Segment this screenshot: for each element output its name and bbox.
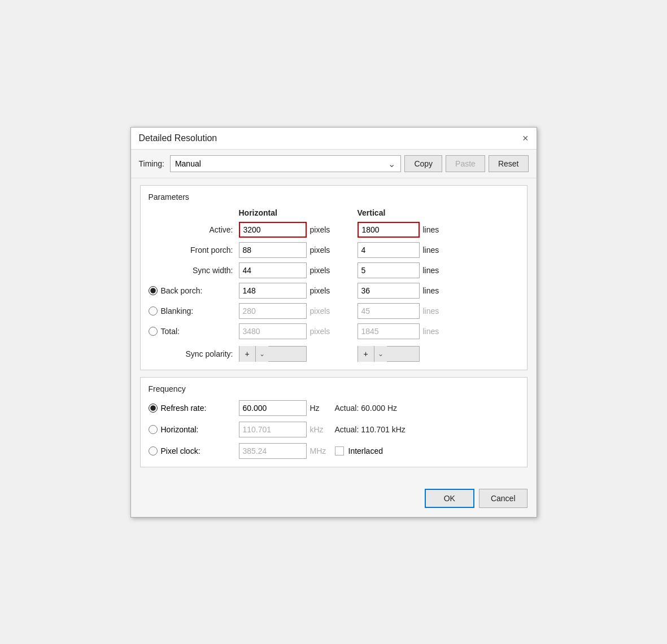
active-label: Active: bbox=[149, 225, 239, 234]
pixel-clock-label-text: Pixel clock: bbox=[161, 446, 200, 455]
blanking-h-input[interactable] bbox=[239, 303, 307, 319]
horizontal-freq-input[interactable] bbox=[239, 422, 307, 437]
horizontal-header: Horizontal bbox=[239, 208, 307, 217]
content-area: Parameters Horizontal Vertical Active: p… bbox=[131, 178, 537, 483]
unit-spacer bbox=[307, 208, 341, 217]
horizontal-freq-radio[interactable] bbox=[149, 425, 158, 434]
horizontal-freq-radio-label[interactable]: Horizontal: bbox=[149, 425, 239, 434]
active-v-unit: lines bbox=[420, 225, 454, 234]
ok-button[interactable]: OK bbox=[425, 489, 474, 508]
unit-spacer2 bbox=[420, 208, 454, 217]
pixel-clock-radio-label[interactable]: Pixel clock: bbox=[149, 446, 239, 455]
back-porch-label-text: Back porch: bbox=[161, 286, 203, 295]
total-h-unit: pixels bbox=[307, 327, 341, 336]
sync-width-label: Sync width: bbox=[149, 266, 239, 275]
toolbar: Timing: Manual Auto Copy Paste Reset bbox=[131, 150, 537, 178]
back-porch-h-unit: pixels bbox=[307, 286, 341, 295]
h-polarity-select[interactable]: + ⌄ bbox=[239, 346, 307, 362]
active-h-unit: pixels bbox=[307, 225, 341, 234]
label-spacer bbox=[149, 208, 239, 217]
v-polarity-value[interactable]: + bbox=[358, 346, 374, 362]
front-porch-label: Front porch: bbox=[149, 246, 239, 255]
sync-width-h-input[interactable] bbox=[239, 262, 307, 278]
close-button[interactable]: × bbox=[522, 133, 529, 143]
interlaced-checkbox[interactable] bbox=[335, 446, 344, 455]
blanking-v-unit: lines bbox=[420, 306, 454, 316]
refresh-rate-radio-label[interactable]: Refresh rate: bbox=[149, 404, 239, 413]
total-v-unit: lines bbox=[420, 327, 454, 336]
horizontal-freq-label-text: Horizontal: bbox=[161, 425, 199, 434]
total-h-input[interactable] bbox=[239, 323, 307, 339]
cancel-button[interactable]: Cancel bbox=[479, 489, 528, 508]
sync-width-v-unit: lines bbox=[420, 266, 454, 275]
parameters-section: Parameters Horizontal Vertical Active: p… bbox=[140, 185, 528, 370]
window-title: Detailed Resolution bbox=[139, 133, 217, 143]
active-v-input[interactable] bbox=[358, 222, 420, 238]
v-polarity-select[interactable]: + ⌄ bbox=[358, 346, 420, 362]
footer: OK Cancel bbox=[131, 483, 537, 517]
frequency-title: Frequency bbox=[149, 384, 519, 393]
back-porch-radio[interactable] bbox=[149, 286, 158, 295]
back-porch-h-input[interactable] bbox=[239, 283, 307, 299]
pixel-clock-radio[interactable] bbox=[149, 446, 158, 455]
copy-button[interactable]: Copy bbox=[404, 155, 442, 172]
blanking-radio[interactable] bbox=[149, 306, 158, 316]
total-radio-label[interactable]: Total: bbox=[149, 327, 239, 336]
sync-width-h-unit: pixels bbox=[307, 266, 341, 275]
back-porch-v-input[interactable] bbox=[358, 283, 420, 299]
front-porch-h-input[interactable] bbox=[239, 242, 307, 258]
gap-spacer bbox=[341, 208, 358, 217]
pixel-clock-unit: MHz bbox=[307, 446, 335, 455]
front-porch-h-unit: pixels bbox=[307, 246, 341, 255]
timing-label: Timing: bbox=[139, 159, 164, 168]
total-v-input[interactable] bbox=[358, 323, 420, 339]
refresh-rate-label-text: Refresh rate: bbox=[161, 404, 207, 413]
interlaced-container: Interlaced bbox=[335, 446, 519, 455]
refresh-rate-radio[interactable] bbox=[149, 404, 158, 413]
reset-button[interactable]: Reset bbox=[489, 155, 529, 172]
v-polarity-arrow-icon[interactable]: ⌄ bbox=[374, 346, 387, 362]
horizontal-freq-unit: kHz bbox=[307, 425, 335, 434]
front-porch-v-unit: lines bbox=[420, 246, 454, 255]
refresh-rate-input[interactable] bbox=[239, 400, 307, 416]
refresh-rate-unit: Hz bbox=[307, 404, 335, 413]
paste-button[interactable]: Paste bbox=[446, 155, 485, 172]
blanking-radio-label[interactable]: Blanking: bbox=[149, 306, 239, 316]
front-porch-v-input[interactable] bbox=[358, 242, 420, 258]
h-polarity-value[interactable]: + bbox=[239, 346, 255, 362]
parameters-title: Parameters bbox=[149, 192, 519, 201]
total-radio[interactable] bbox=[149, 327, 158, 336]
frequency-section: Frequency Refresh rate: Hz Actual: 60.00… bbox=[140, 377, 528, 467]
back-porch-radio-label[interactable]: Back porch: bbox=[149, 286, 239, 295]
active-h-input[interactable] bbox=[239, 222, 307, 238]
timing-select[interactable]: Manual Auto bbox=[170, 155, 402, 172]
timing-select-wrapper[interactable]: Manual Auto bbox=[170, 155, 402, 172]
horizontal-freq-actual: Actual: 110.701 kHz bbox=[335, 425, 519, 434]
sync-polarity-label: Sync polarity: bbox=[149, 349, 239, 358]
back-porch-v-unit: lines bbox=[420, 286, 454, 295]
sync-width-v-input[interactable] bbox=[358, 262, 420, 278]
title-bar: Detailed Resolution × bbox=[131, 128, 537, 150]
blanking-v-input[interactable] bbox=[358, 303, 420, 319]
interlaced-label: Interlaced bbox=[348, 446, 383, 455]
blanking-h-unit: pixels bbox=[307, 306, 341, 316]
total-label-text: Total: bbox=[161, 327, 180, 336]
main-window: Detailed Resolution × Timing: Manual Aut… bbox=[130, 127, 537, 518]
blanking-label-text: Blanking: bbox=[161, 306, 194, 316]
h-polarity-arrow-icon[interactable]: ⌄ bbox=[255, 346, 268, 362]
pixel-clock-input[interactable] bbox=[239, 443, 307, 459]
refresh-rate-actual: Actual: 60.000 Hz bbox=[335, 404, 519, 413]
vertical-header: Vertical bbox=[358, 208, 420, 217]
